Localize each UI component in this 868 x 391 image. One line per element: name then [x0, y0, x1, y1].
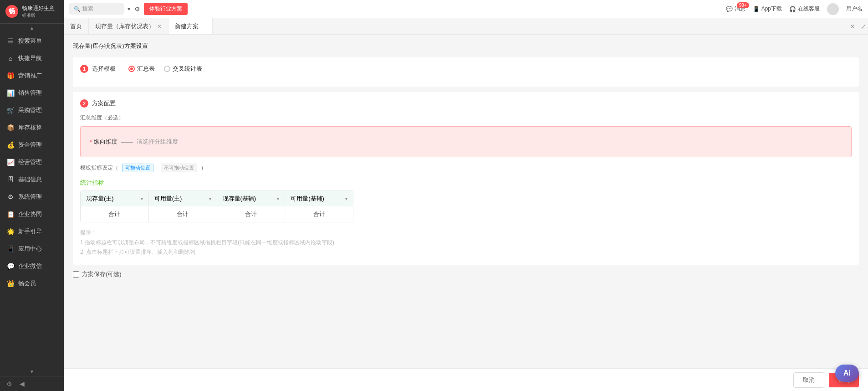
sidebar-item-nav[interactable]: ⌂ 快捷导航	[0, 50, 64, 67]
stats-col-header-1[interactable]: 可用量(主) ▾	[149, 191, 217, 206]
sidebar-item-sales[interactable]: 📊 销售管理	[0, 84, 64, 102]
sidebar-item-collab[interactable]: 📋 企业协同	[0, 206, 64, 223]
dimension-dash: ——	[121, 139, 133, 145]
stats-col-label-0: 现存量(主)	[86, 195, 114, 203]
sidebar-item-label: 基础信息	[18, 175, 42, 184]
ai-float-button[interactable]: Ai	[835, 365, 859, 382]
radio-cross-dot	[164, 66, 170, 72]
tab-home[interactable]: 首页	[64, 18, 89, 34]
stats-table-header: 现存量(主) ▾ 可用量(主) ▾ 现存量(基辅) ▾ 可用量(基辅)	[81, 191, 353, 206]
topbar-service[interactable]: 🎧 在线客服	[789, 5, 820, 13]
save-row: 方案保存(可选)	[73, 270, 859, 278]
indicator-label-suffix: ）	[201, 164, 206, 172]
dimension-area[interactable]: * 纵向维度 —— 请选择分组维度	[80, 126, 852, 157]
sidebar-item-label: 畅会员	[18, 279, 36, 288]
step2-header: 2 方案配置	[80, 99, 852, 108]
col-chevron-2[interactable]: ▾	[277, 196, 279, 201]
step1-section: 1 选择模板 汇总表 交叉统计表	[73, 57, 859, 87]
stats-col-header-2[interactable]: 现存量(基辅) ▾	[217, 191, 286, 206]
tab-new-plan[interactable]: 新建方案 ✕	[168, 18, 213, 34]
tips-item-1: 2. 点击标题栏下拉可设置排序、插入列和删除列	[80, 247, 852, 257]
wechat-icon: 💬	[6, 262, 15, 270]
indicator-settings: 模板指标设定（ 可拖动位置 不可拖动位置 ）	[80, 164, 852, 172]
sidebar-scroll-down[interactable]: ▼	[0, 367, 64, 376]
stats-col-header-3[interactable]: 可用量(基辅) ▾	[285, 191, 353, 206]
stats-col-body-0: 合计	[81, 206, 149, 222]
audio-icon[interactable]: ◀	[20, 380, 25, 387]
step2-title: 方案配置	[92, 99, 116, 108]
user-avatar	[827, 3, 839, 15]
radio-summary[interactable]: 汇总表	[128, 65, 155, 73]
summary-dimension-label: 汇总维度（必选）	[80, 114, 852, 122]
topbar-search-box[interactable]: 🔍 搜索	[69, 3, 124, 15]
sidebar-item-basic[interactable]: 🗄 基础信息	[0, 171, 64, 188]
apps-icon: 📱	[6, 245, 15, 253]
sidebar-item-label: 经营管理	[18, 158, 42, 166]
sidebar-item-guide[interactable]: 🌟 新手引导	[0, 223, 64, 240]
sidebar-item-system[interactable]: ⚙ 系统管理	[0, 188, 64, 206]
topbar-dropdown-icon[interactable]: ▾	[128, 5, 131, 12]
stats-col-label-3: 可用量(基辅)	[291, 195, 324, 203]
sidebar-item-member[interactable]: 👑 畅会员	[0, 275, 64, 292]
tab-inventory-close[interactable]: ✕	[157, 23, 162, 30]
sidebar-item-wechat[interactable]: 💬 企业微信	[0, 257, 64, 275]
col-chevron-3[interactable]: ▾	[345, 196, 347, 201]
finance-icon: 💰	[6, 141, 15, 149]
service-label: 在线客服	[798, 5, 820, 13]
sidebar-item-purchase[interactable]: 🛒 采购管理	[0, 102, 64, 119]
stats-title: 统计指标	[80, 179, 852, 187]
tips-title: 提示：	[80, 228, 852, 238]
sidebar-item-label: 销售管理	[18, 89, 42, 97]
tab-new-close[interactable]: ✕	[201, 23, 206, 30]
dimension-placeholder: 请选择分组维度	[137, 138, 178, 146]
sidebar-item-label: 采购管理	[18, 106, 42, 114]
radio-cross-label: 交叉统计表	[173, 65, 202, 73]
window-close-icon[interactable]: ✕	[850, 23, 855, 30]
stats-table-body: 合计 合计 合计 合计	[81, 206, 353, 222]
page-title: 现存量(库存状况表)方案设置	[73, 42, 859, 50]
save-checkbox[interactable]	[73, 271, 79, 278]
topbar-app-download[interactable]: 📱 App下载	[753, 5, 782, 13]
sales-icon: 📊	[6, 89, 15, 97]
tab-inventory-label: 现存量（库存状况表）	[95, 22, 154, 31]
system-icon: ⚙	[6, 193, 15, 201]
col-chevron-0[interactable]: ▾	[141, 196, 143, 201]
tips-section: 提示： 1.拖动标题栏可以调整布局，不可跨维度或指标区域拖拽栏目字段(只能在同一…	[80, 228, 852, 257]
window-expand-icon[interactable]: ⤢	[861, 23, 866, 30]
sidebar-item-marketing[interactable]: 🎁 营销推广	[0, 67, 64, 84]
sidebar-item-apps[interactable]: 📱 应用中心	[0, 240, 64, 257]
cancel-button[interactable]: 取消	[793, 372, 824, 388]
stats-col-header-0[interactable]: 现存量(主) ▾	[81, 191, 149, 206]
step2-badge: 2	[80, 99, 88, 108]
settings-icon[interactable]: ⚙	[6, 380, 12, 387]
inventory-icon: 📦	[6, 123, 15, 132]
fixed-tag: 不可拖动位置	[161, 164, 197, 172]
tab-inventory[interactable]: 现存量（库存状况表） ✕	[89, 18, 168, 34]
window-controls: ✕ ⤢	[850, 18, 868, 34]
search-placeholder: 搜索	[82, 5, 93, 13]
dimension-vertical-label: 纵向维度	[94, 138, 117, 146]
sidebar-nav: ☰ 搜索菜单 ⌂ 快捷导航 🎁 营销推广 📊 销售管理 🛒 采购管理 📦 库存核…	[0, 32, 64, 367]
dimension-required-mark: *	[90, 139, 92, 145]
radio-cross[interactable]: 交叉统计表	[164, 65, 202, 73]
sidebar-scroll-up[interactable]: ▲	[0, 24, 64, 32]
indicator-label: 模板指标设定（ 可拖动位置 不可拖动位置 ）	[80, 164, 852, 172]
sidebar-item-management[interactable]: 📈 经营管理	[0, 154, 64, 171]
topbar-msg[interactable]: 💬 消息 99+	[726, 5, 745, 13]
sidebar-item-inventory[interactable]: 📦 库存核算	[0, 119, 64, 136]
sidebar-item-search[interactable]: ☰ 搜索菜单	[0, 32, 64, 50]
trial-button[interactable]: 体验行业方案	[144, 3, 188, 15]
movable-tag: 可拖动位置	[122, 164, 153, 172]
stats-col-body-3: 合计	[285, 206, 353, 222]
col-chevron-1[interactable]: ▾	[209, 196, 211, 201]
sidebar-item-label: 搜索菜单	[18, 37, 42, 45]
msg-icon: 💬	[726, 6, 733, 12]
step1-badge: 1	[80, 65, 88, 73]
sidebar-item-finance[interactable]: 💰 资金管理	[0, 136, 64, 154]
basic-icon: 🗄	[6, 175, 15, 184]
app-label: App下载	[761, 5, 782, 13]
collab-icon: 📋	[6, 210, 15, 218]
topbar-gear-icon[interactable]: ⚙	[134, 5, 140, 13]
member-icon: 👑	[6, 279, 15, 288]
stats-col-label-2: 现存量(基辅)	[223, 195, 256, 203]
